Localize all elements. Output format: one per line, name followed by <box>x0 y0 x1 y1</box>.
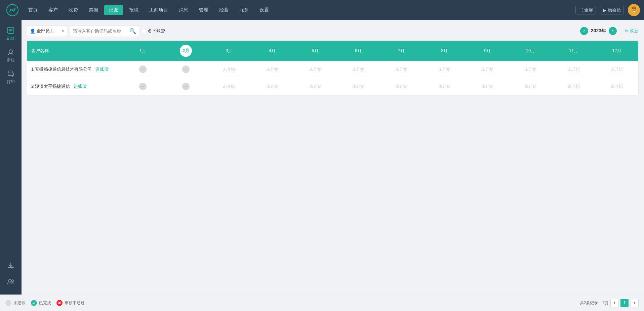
nav-invoice[interactable]: 票据 <box>84 5 103 15</box>
not-started-text: 未开始 <box>352 67 364 72</box>
col-header-aug: 8月 <box>423 41 466 61</box>
not-started-text: 未开始 <box>395 84 407 89</box>
cell-month-10: 未开始 <box>509 78 552 95</box>
nav-business[interactable]: 工商项目 <box>145 5 173 15</box>
svg-point-4 <box>634 7 636 9</box>
nav-customer[interactable]: 客户 <box>44 5 63 15</box>
cell-month-7: 未开始 <box>380 78 423 95</box>
nav-tax[interactable]: 报税 <box>124 5 143 15</box>
legend-not-created: 未建账 <box>5 300 26 306</box>
page-1-button[interactable]: 1 <box>620 299 629 307</box>
employee-select-label: 全部员工 <box>37 28 54 34</box>
sidebar-item-review[interactable]: 审核 <box>1 45 20 67</box>
vip-icon: ▶ <box>603 8 606 13</box>
not-started-text: 未开始 <box>266 67 278 72</box>
fullscreen-button[interactable]: ⛶ 全屏 <box>575 6 596 14</box>
content-area: 👤 全部员工 ▾ 🔍 名下账套 ‹ 2023年 › ↻ 刷新 <box>22 20 644 295</box>
nav-fees[interactable]: 收费 <box>64 5 83 15</box>
footer-right: 共2条记录，1页 ‹ 1 › <box>580 299 639 307</box>
not-started-text: 未开始 <box>568 67 580 72</box>
main-layout: 记账 审核 打印 <box>0 20 644 295</box>
cell-customer-name: 1 安徽畅捷通信息技术有限公司 进账簿 <box>27 61 121 78</box>
next-year-button[interactable]: › <box>609 27 617 35</box>
not-started-text: 未开始 <box>309 84 321 89</box>
col-header-jun: 6月 <box>337 41 380 61</box>
search-input[interactable] <box>73 29 129 34</box>
accounting-icon <box>7 26 15 34</box>
search-input-wrap: 🔍 <box>70 26 139 36</box>
cell-month-5: 未开始 <box>294 61 337 78</box>
search-button[interactable]: 🔍 <box>129 28 136 34</box>
nav-accounting[interactable]: 记账 <box>104 5 123 15</box>
sidebar-print-label: 打印 <box>7 79 15 85</box>
checkbox-text: 名下账套 <box>148 28 165 34</box>
not-started-text: 未开始 <box>611 84 623 89</box>
legend-teal-dot <box>31 300 37 306</box>
cell-month-8: 未开始 <box>423 78 466 95</box>
nav-message[interactable]: 消息 <box>174 5 193 15</box>
download-icon <box>7 262 15 270</box>
avatar[interactable] <box>628 4 640 16</box>
table-row: 2 漠澳太平畅捷通信 进账簿−−未开始未开始未开始未开始未开始未开始未开始未开始… <box>27 78 638 95</box>
nav-service[interactable]: 服务 <box>235 5 253 15</box>
sidebar-item-download[interactable] <box>1 258 20 273</box>
total-text: 共2条记录，1页 <box>580 300 608 306</box>
table-header-row: 客户名称 1月 2月 3月 4月 5月 6月 7月 8月 9月 <box>27 41 638 61</box>
enter-ledger-link[interactable]: 进账簿 <box>95 67 109 72</box>
col-header-name: 客户名称 <box>27 41 121 61</box>
customer-name-text: 安徽畅捷通信息技术有限公司 <box>35 67 92 72</box>
prev-page-button[interactable]: ‹ <box>610 299 618 307</box>
cell-month-2: − <box>164 78 207 95</box>
prev-year-button[interactable]: ‹ <box>580 27 588 35</box>
legend-rejected: 审核不通过 <box>56 300 85 306</box>
col-header-sep: 9月 <box>466 41 509 61</box>
nav-settings[interactable]: 设置 <box>255 5 274 15</box>
sidebar-item-accounting[interactable]: 记账 <box>1 23 20 45</box>
sidebar-item-print[interactable]: 打印 <box>1 67 20 88</box>
sidebar-bottom <box>1 258 20 295</box>
subordinate-checkbox[interactable] <box>142 29 146 33</box>
legend-completed-label: 已完成 <box>39 300 51 306</box>
svg-point-15 <box>8 279 11 282</box>
sidebar-item-users[interactable] <box>1 274 20 289</box>
minus-status-icon: − <box>182 66 190 73</box>
nav-items: 首页 客户 收费 票据 记账 报税 工商项目 消息 管理 经营 服务 设置 <box>24 5 575 15</box>
cell-month-1: − <box>121 78 164 95</box>
vip-button[interactable]: ▶ 畅会员 <box>600 6 624 14</box>
not-started-text: 未开始 <box>395 67 407 72</box>
vip-label: 畅会员 <box>608 7 621 13</box>
cell-month-5: 未开始 <box>294 78 337 95</box>
cell-month-11: 未开始 <box>552 78 595 95</box>
svg-rect-7 <box>8 27 14 33</box>
nav-manage[interactable]: 管理 <box>194 5 213 15</box>
next-page-button[interactable]: › <box>631 299 639 307</box>
cell-month-4: 未开始 <box>250 61 293 78</box>
not-started-text: 未开始 <box>309 67 321 72</box>
legend-completed: 已完成 <box>31 300 51 306</box>
row-index: 1 <box>31 67 34 72</box>
svg-point-6 <box>635 9 636 10</box>
cell-month-6: 未开始 <box>337 78 380 95</box>
col-header-jan: 1月 <box>121 41 164 61</box>
sidebar-accounting-label: 记账 <box>7 36 15 41</box>
legend-rejected-label: 审核不通过 <box>65 300 85 306</box>
col-header-mar: 3月 <box>207 41 250 61</box>
refresh-button[interactable]: ↻ 刷新 <box>625 28 639 34</box>
col-header-dec: 12月 <box>595 41 638 61</box>
users-icon <box>7 278 15 286</box>
svg-rect-12 <box>9 71 13 73</box>
svg-point-16 <box>11 280 13 282</box>
nav-home[interactable]: 首页 <box>24 5 42 15</box>
enter-ledger-link[interactable]: 进账簿 <box>74 84 87 89</box>
employee-select[interactable]: 👤 全部员工 ▾ <box>27 26 67 36</box>
cell-month-7: 未开始 <box>380 61 423 78</box>
not-started-text: 未开始 <box>611 67 623 72</box>
not-started-text: 未开始 <box>438 67 450 72</box>
nav-operation[interactable]: 经营 <box>214 5 233 15</box>
year-text: 2023年 <box>591 28 606 34</box>
table-wrap: 客户名称 1月 2月 3月 4月 5月 6月 7月 8月 9月 <box>27 40 639 95</box>
checkbox-label[interactable]: 名下账套 <box>142 28 165 34</box>
toolbar: 👤 全部员工 ▾ 🔍 名下账套 ‹ 2023年 › ↻ 刷新 <box>27 26 639 36</box>
refresh-icon: ↻ <box>625 29 629 34</box>
cell-customer-name: 2 漠澳太平畅捷通信 进账簿 <box>27 78 121 95</box>
